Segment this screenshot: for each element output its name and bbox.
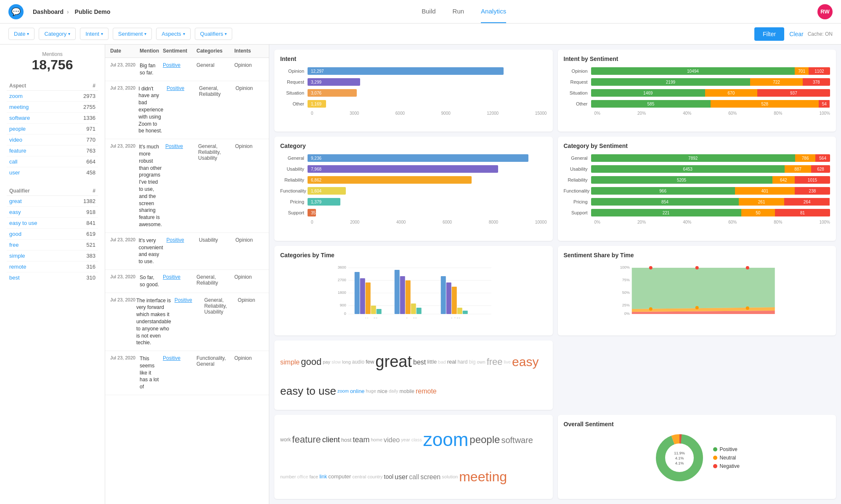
word-cloud-item[interactable]: user <box>395 473 408 481</box>
row-mention[interactable]: This seems like it has a lot of <box>140 355 163 391</box>
filter-category[interactable]: Category ▾ <box>39 28 76 40</box>
word-cloud-item[interactable]: central <box>352 474 366 480</box>
word-cloud-item[interactable]: huge <box>366 388 376 394</box>
word-cloud-item[interactable]: remote <box>416 387 437 395</box>
word-cloud-item[interactable]: slow <box>332 359 341 365</box>
word-cloud-item[interactable]: mobile <box>400 388 414 394</box>
row-sentiment[interactable]: Positive <box>165 143 198 149</box>
word-cloud-item[interactable]: client <box>322 435 340 445</box>
word-cloud-item[interactable]: video <box>384 436 400 444</box>
word-cloud-item[interactable]: zoom <box>423 429 469 451</box>
row-mention[interactable]: The interface is very forward which make… <box>136 297 175 347</box>
qualifier-name[interactable]: good <box>7 229 67 240</box>
row-mention[interactable]: It's much more robust than other program… <box>139 143 165 228</box>
aspect-name[interactable]: zoom <box>7 91 61 102</box>
word-cloud-item[interactable]: class <box>411 437 422 443</box>
qualifier-name[interactable]: easy <box>7 207 67 218</box>
row-sentiment[interactable]: Positive <box>163 274 196 280</box>
aspect-name[interactable]: call <box>7 156 61 167</box>
filter-sentiment[interactable]: Sentiment ▾ <box>113 28 152 40</box>
nav-run[interactable]: Run <box>453 0 464 23</box>
word-cloud-item[interactable]: team <box>353 435 369 445</box>
row-mention[interactable]: I didn't have any bad experience with us… <box>138 85 167 135</box>
avatar[interactable]: RW <box>817 4 833 19</box>
filter-date[interactable]: Date ▾ <box>8 28 34 40</box>
word-cloud-item[interactable]: work <box>280 437 291 443</box>
word-cloud-item[interactable]: people <box>470 434 500 446</box>
word-cloud-item[interactable]: year <box>401 437 410 443</box>
qualifier-name[interactable]: easy to use <box>7 218 67 229</box>
word-cloud-item[interactable]: number <box>280 474 296 480</box>
qualifier-name[interactable]: free <box>7 240 67 251</box>
row-sentiment[interactable]: Positive <box>167 85 199 91</box>
filter-qualifiers[interactable]: Qualifiers ▾ <box>195 28 233 40</box>
qualifier-name[interactable]: best <box>7 272 67 283</box>
bar-row: Support 221 50 81 <box>564 209 830 216</box>
qualifier-name[interactable]: great <box>7 196 67 207</box>
word-cloud-item[interactable]: daily <box>389 388 398 394</box>
word-cloud-item[interactable]: office <box>297 474 308 480</box>
filter-intent[interactable]: Intent ▾ <box>80 28 109 40</box>
word-cloud-item[interactable]: country <box>367 474 382 480</box>
word-cloud-item[interactable]: little <box>427 359 437 365</box>
word-cloud-item[interactable]: free <box>487 356 503 367</box>
row-mention[interactable]: Big fan so far. <box>140 62 163 77</box>
word-cloud-item[interactable]: real <box>447 359 456 365</box>
word-cloud-item[interactable]: meeting <box>459 469 507 485</box>
row-mention[interactable]: So far, so good. <box>140 274 163 288</box>
word-cloud-item[interactable]: simple <box>280 358 300 366</box>
word-cloud-item[interactable]: few <box>366 359 374 365</box>
nav-build[interactable]: Build <box>422 0 435 23</box>
aspect-name[interactable]: people <box>7 124 61 135</box>
word-cloud-item[interactable]: online <box>350 388 365 395</box>
nav-analytics[interactable]: Analytics <box>481 0 506 23</box>
word-cloud-item[interactable]: solution <box>442 474 458 480</box>
word-cloud-item[interactable]: great <box>375 352 412 372</box>
aspect-name[interactable]: user <box>7 167 61 178</box>
word-cloud-item[interactable]: good <box>301 356 321 367</box>
word-cloud-item[interactable]: host <box>341 437 352 443</box>
word-cloud-item[interactable]: long <box>342 359 351 365</box>
word-cloud-item[interactable]: link <box>319 474 327 480</box>
word-cloud-item[interactable]: zoom <box>337 388 349 394</box>
word-cloud-item[interactable]: best <box>413 358 426 366</box>
word-cloud-item[interactable]: face <box>309 474 318 480</box>
qualifier-name[interactable]: simple <box>7 251 67 261</box>
breadcrumb-dashboard[interactable]: Dashboard <box>33 8 64 15</box>
qualifier-name[interactable]: remote <box>7 261 67 272</box>
word-cloud-item[interactable]: software <box>501 435 533 445</box>
word-cloud-item[interactable]: computer <box>328 473 351 480</box>
word-cloud-item[interactable]: call <box>409 473 419 481</box>
word-cloud-item[interactable]: own <box>477 359 485 365</box>
word-cloud-item[interactable]: home <box>371 437 382 443</box>
word-cloud-item[interactable]: easy <box>512 354 539 369</box>
word-cloud-item[interactable]: feature <box>292 434 321 445</box>
row-sentiment[interactable]: Positive <box>163 62 196 68</box>
clear-filter-button[interactable]: Clear <box>789 31 803 37</box>
aspect-name[interactable]: video <box>7 135 61 145</box>
svg-rect-13 <box>371 306 376 314</box>
row-sentiment[interactable]: Positive <box>163 355 196 361</box>
row-sentiment[interactable]: Positive <box>175 297 204 303</box>
word-cloud-item[interactable]: nice <box>377 388 387 395</box>
word-cloud-item[interactable]: pay <box>323 359 330 365</box>
qualifier-count: 619 <box>67 229 98 240</box>
word-cloud-item[interactable]: big <box>469 359 475 365</box>
word-cloud-item[interactable]: easy to use <box>280 385 336 398</box>
aspect-name[interactable]: meeting <box>7 102 61 113</box>
aspect-name[interactable]: software <box>7 113 61 124</box>
aspect-name[interactable]: feature <box>7 145 61 156</box>
row-sentiment[interactable]: Positive <box>167 237 199 243</box>
apply-filter-button[interactable]: Filter <box>754 27 784 41</box>
word-cloud-item[interactable]: live <box>504 359 511 365</box>
word-cloud-item[interactable]: bad <box>438 359 446 365</box>
word-cloud-item[interactable]: hard <box>457 359 467 365</box>
row-mention[interactable]: It's very convenient and easy to use. <box>139 237 167 265</box>
positive-segment: 10494 <box>591 67 795 75</box>
bar-container: 1469 670 937 <box>591 89 830 97</box>
filter-aspects[interactable]: Aspects ▾ <box>156 28 190 40</box>
word-cloud-item[interactable]: tool <box>384 473 394 480</box>
negative-label: Negative <box>720 463 740 469</box>
word-cloud-item[interactable]: audio <box>352 359 364 365</box>
word-cloud-item[interactable]: screen <box>420 473 440 481</box>
